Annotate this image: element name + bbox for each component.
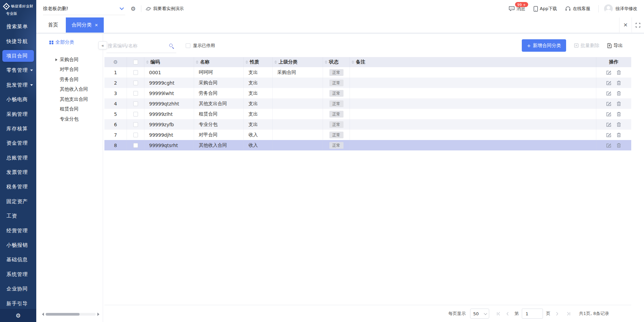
sidebar-item-17[interactable]: 系统管理 xyxy=(0,267,36,282)
column-header-status[interactable]: 状态 xyxy=(323,57,350,67)
collapse-panel-button[interactable]: « xyxy=(98,41,107,49)
messages-button[interactable]: 消息 99 + xyxy=(509,6,525,12)
delete-icon[interactable] xyxy=(616,132,622,138)
tab-contract-category[interactable]: 合同分类 ✕ xyxy=(66,17,104,33)
edit-icon[interactable] xyxy=(606,111,611,117)
row-checkbox[interactable] xyxy=(133,143,138,148)
sidebar-item-4[interactable]: 批发管理 xyxy=(0,78,36,92)
delete-icon[interactable] xyxy=(616,101,622,106)
table-row[interactable]: 499999qtzhht其他支出合同支出正常 xyxy=(104,98,631,109)
sidebar-item-11[interactable]: 税务管理 xyxy=(0,180,36,194)
per-page-select[interactable]: 50 xyxy=(470,309,489,319)
sort-icon[interactable] xyxy=(274,60,277,64)
sidebar-item-15[interactable]: 小畅报销 xyxy=(0,238,36,252)
edit-icon[interactable] xyxy=(606,70,611,75)
sidebar-item-16[interactable]: 基础信息 xyxy=(0,252,36,267)
delete-icon[interactable] xyxy=(616,111,622,117)
tree-item-3[interactable]: 其他收入合同 xyxy=(36,85,103,95)
sort-icon[interactable] xyxy=(196,60,198,64)
next-page-button[interactable] xyxy=(555,312,559,316)
account-dropdown[interactable]: 徐老板勿删! xyxy=(43,2,125,15)
sidebar-item-5[interactable]: 小畅电商 xyxy=(0,92,36,107)
delete-icon[interactable] xyxy=(616,122,622,127)
table-row[interactable]: 899999qtsrht其他收入合同收入正常 xyxy=(104,140,631,150)
delete-icon[interactable] xyxy=(616,70,622,75)
table-row[interactable]: 10001呵呵呵支出采购合同正常 xyxy=(104,67,631,78)
column-header-name[interactable]: 名称 xyxy=(194,57,244,67)
sidebar-item-18[interactable]: 企业协同 xyxy=(0,282,36,296)
search-icon[interactable] xyxy=(169,43,174,49)
page-number-input[interactable] xyxy=(522,309,543,319)
delete-icon[interactable] xyxy=(616,80,622,86)
row-checkbox[interactable] xyxy=(133,81,138,85)
edit-icon[interactable] xyxy=(606,143,611,148)
edit-icon[interactable] xyxy=(606,91,611,96)
column-header-code[interactable]: 编码 xyxy=(144,57,194,67)
table-row[interactable]: 599999zlht租赁合同支出正常 xyxy=(104,109,631,119)
table-row[interactable]: 399999lwht劳务合同支出正常 xyxy=(104,88,631,98)
select-all-checkbox[interactable] xyxy=(133,60,138,64)
sidebar-item-2[interactable]: 项目合同 xyxy=(0,49,36,63)
sidebar-item-12[interactable]: 固定资产 xyxy=(0,194,36,209)
column-header-remark[interactable]: 备注 xyxy=(350,57,596,67)
table-row[interactable]: 799999djht对甲合同收入正常 xyxy=(104,130,631,140)
close-tab-icon[interactable]: ✕ xyxy=(95,23,98,28)
scrollbar-thumb[interactable] xyxy=(46,313,80,316)
settings-gear-button[interactable]: ⚙ xyxy=(131,5,136,12)
tree-root-all-categories[interactable]: 全部分类 xyxy=(49,39,103,45)
expand-arrow-icon[interactable] xyxy=(55,58,57,61)
row-checkbox[interactable] xyxy=(133,91,138,96)
table-row[interactable]: 299999cght采购合同支出正常 xyxy=(104,78,631,88)
sidebar-item-13[interactable]: 工资 xyxy=(0,209,36,223)
tree-item-1[interactable]: 对甲合同 xyxy=(36,65,103,75)
username[interactable]: 徐泽华修改 xyxy=(615,6,637,12)
tree-item-4[interactable]: 其他支出合同 xyxy=(36,94,103,104)
sidebar-item-6[interactable]: 采购管理 xyxy=(0,107,36,121)
row-checkbox[interactable] xyxy=(133,122,138,127)
sidebar-item-0[interactable]: 搜索菜单 xyxy=(0,19,36,34)
tree-item-2[interactable]: 劳务合同 xyxy=(36,75,103,85)
last-page-button[interactable] xyxy=(566,312,571,316)
demo-link[interactable]: 我要看实例演示 xyxy=(146,6,184,12)
avatar[interactable] xyxy=(604,4,613,13)
scroll-left-icon[interactable] xyxy=(42,313,44,316)
delete-icon[interactable] xyxy=(616,91,622,96)
column-header-parent[interactable]: 上级分类 xyxy=(273,57,323,67)
sidebar-item-8[interactable]: 资金管理 xyxy=(0,136,36,150)
scrollbar-track[interactable] xyxy=(46,313,96,316)
column-header-nature[interactable]: 性质 xyxy=(244,57,273,67)
batch-delete-button[interactable]: 批量删除 xyxy=(574,43,599,49)
tree-item-5[interactable]: 租赁合同 xyxy=(36,104,103,114)
show-disabled-toggle[interactable]: 显示已停用 xyxy=(186,43,215,49)
edit-icon[interactable] xyxy=(606,101,611,106)
sidebar-item-1[interactable]: 快捷导航 xyxy=(0,34,36,48)
sidebar-item-14[interactable]: 经营管理 xyxy=(0,223,36,238)
sidebar-settings-button[interactable]: ⚙ xyxy=(0,309,36,322)
sort-icon[interactable] xyxy=(352,60,354,64)
row-checkbox[interactable] xyxy=(133,70,138,75)
show-disabled-checkbox[interactable] xyxy=(186,43,190,48)
close-workspace-button[interactable]: ✕ xyxy=(619,17,632,33)
sidebar-item-9[interactable]: 总账管理 xyxy=(0,151,36,165)
support-button[interactable]: 在线客服 xyxy=(565,6,590,12)
export-button[interactable]: 导出 xyxy=(607,43,623,49)
tab-home[interactable]: 首页 xyxy=(40,17,66,33)
sort-icon[interactable] xyxy=(146,60,149,64)
sort-icon[interactable] xyxy=(325,60,327,64)
edit-icon[interactable] xyxy=(606,80,611,86)
search-input[interactable] xyxy=(106,40,176,53)
tree-item-6[interactable]: 专业分包 xyxy=(36,114,103,124)
row-checkbox[interactable] xyxy=(133,112,138,117)
sidebar-item-7[interactable]: 库存核算 xyxy=(0,122,36,136)
scroll-right-icon[interactable] xyxy=(97,313,99,316)
fullscreen-button[interactable] xyxy=(632,17,644,33)
edit-icon[interactable] xyxy=(606,122,611,127)
app-download-button[interactable]: App下载 xyxy=(534,6,557,12)
add-category-button[interactable]: + 新增合同分类 xyxy=(522,39,566,52)
row-checkbox[interactable] xyxy=(133,101,138,106)
sort-icon[interactable] xyxy=(245,60,248,64)
first-page-button[interactable] xyxy=(496,312,501,316)
table-row[interactable]: 699999zyfb专业分包支出正常 xyxy=(104,119,631,130)
sidebar-item-3[interactable]: 零售管理 xyxy=(0,63,36,78)
prev-page-button[interactable] xyxy=(505,312,510,316)
